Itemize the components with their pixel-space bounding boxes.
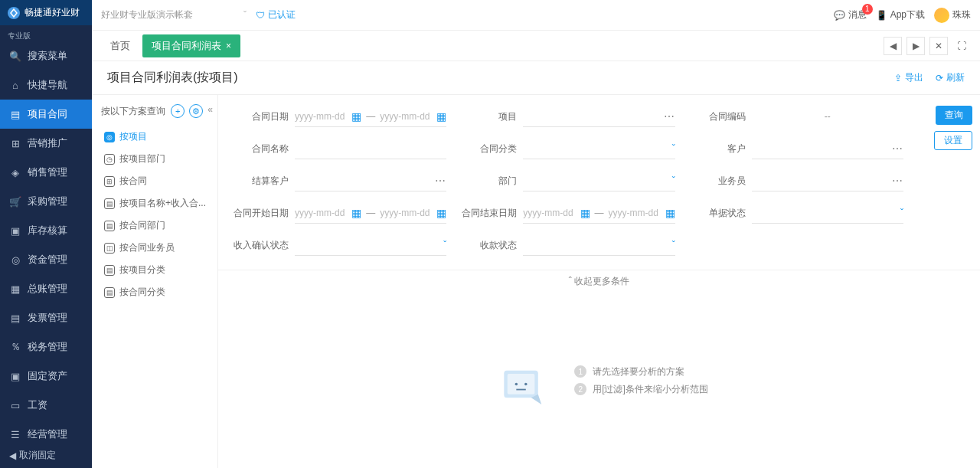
sidebar-unpin[interactable]: ◀ 取消固定 [0, 443, 92, 468]
close-icon[interactable]: × [226, 41, 231, 51]
query-button[interactable]: 查询 [936, 106, 972, 125]
fullscreen-button[interactable]: ⛶ [952, 37, 971, 55]
label-end-date: 合同结束日期 [462, 207, 517, 220]
svg-point-3 [524, 382, 528, 385]
label-customer: 客户 [691, 142, 746, 155]
calendar-icon: ▦ [436, 110, 446, 123]
scheme-by-project-cat[interactable]: ▤按项目分类 [101, 259, 213, 281]
document-icon: ▤ [9, 108, 21, 120]
label-project: 项目 [462, 110, 517, 123]
label-contract-no: 合同编码 [691, 110, 746, 123]
label-income-status: 收入确认状态 [234, 239, 289, 252]
app-download-button[interactable]: 📱 App下载 [876, 8, 925, 21]
nav-sales[interactable]: ◈销售管理 [0, 158, 92, 187]
verified-badge: 🛡 已认证 [256, 8, 296, 21]
project-picker[interactable]: ⋯ [523, 106, 675, 127]
tab-home[interactable]: 首页 [101, 34, 139, 57]
nav-tax[interactable]: ％税务管理 [0, 332, 92, 362]
scheme-header-label: 按以下方案查询 [101, 105, 165, 118]
department-select[interactable]: ˇ [523, 170, 675, 191]
settle-customer-picker[interactable]: ⋯ [295, 170, 446, 191]
nav-ledger[interactable]: ▦总账管理 [0, 274, 92, 303]
refresh-icon: ⟳ [936, 73, 943, 83]
org-selector[interactable]: 好业财专业版演示帐套 ˇ [101, 8, 247, 21]
calendar-icon: ▦ [351, 110, 361, 123]
more-icon: ⋯ [435, 175, 446, 187]
scheme-by-contract-cat[interactable]: ▤按合同分类 [101, 281, 213, 303]
search-icon: 🔍 [9, 50, 21, 62]
receipt-status-select[interactable]: ˇ [523, 234, 675, 256]
scheme-by-project-dept[interactable]: ◷按项目部门 [101, 148, 213, 170]
nav-invoice[interactable]: ▤发票管理 [0, 303, 92, 332]
scheme-by-project[interactable]: ◎按项目 [101, 126, 213, 148]
tabs-prev-button[interactable]: ◀ [884, 37, 902, 55]
chart-icon: ⊞ [104, 176, 115, 187]
scheme-by-contract[interactable]: ⊞按合同 [101, 170, 213, 192]
customer-picker[interactable]: ⋯ [752, 138, 903, 159]
page-header: 项目合同利润表(按项目) ⇪ 导出 ⟳ 刷新 [92, 61, 980, 95]
tax-icon: ％ [9, 341, 21, 353]
export-icon: ⇪ [894, 73, 902, 83]
nav-inventory[interactable]: ▣库存核算 [0, 216, 92, 245]
brand-icon [8, 7, 20, 19]
topbar: 好业财专业版演示帐套 ˇ 🛡 已认证 💬 消息 1 📱 App下载 珠珠 [92, 0, 980, 31]
scheme-panel: 按以下方案查询 + ⚙ « ◎按项目 ◷按项目部门 ⊞按合同 ▤按项目名称+收入… [92, 95, 218, 468]
label-settle-customer: 结算客户 [234, 175, 289, 188]
tab-profit-report[interactable]: 项目合同利润表 × [142, 34, 240, 57]
bar-icon: ◫ [104, 243, 115, 254]
phone-icon: 📱 [876, 10, 887, 21]
label-salesman: 业务员 [691, 175, 746, 188]
add-scheme-button[interactable]: + [171, 104, 185, 118]
cart-icon: 🛒 [9, 195, 21, 208]
nav-purchase[interactable]: 🛒采购管理 [0, 187, 92, 216]
brand-name: 畅捷通好业财 [24, 6, 80, 19]
export-button[interactable]: ⇪ 导出 [894, 71, 923, 84]
bill-status-select[interactable]: ˇ [752, 202, 903, 224]
contract-name-input[interactable] [295, 138, 446, 159]
collapse-panel-button[interactable]: « [207, 104, 213, 118]
pin-icon: ◀ [9, 450, 16, 461]
scheme-settings-button[interactable]: ⚙ [189, 104, 203, 118]
settings-button[interactable]: 设置 [934, 131, 972, 150]
tabs-next-button[interactable]: ▶ [906, 37, 925, 55]
contract-cat-select[interactable]: ˇ [523, 138, 675, 159]
nav-marketing[interactable]: ⊞营销推广 [0, 129, 92, 158]
income-status-select[interactable]: ˇ [295, 234, 446, 256]
label-receipt-status: 收款状态 [462, 239, 517, 252]
more-icon: ⋯ [892, 142, 903, 155]
nav-operation[interactable]: ☰经营管理 [0, 420, 92, 443]
nav-search-menu[interactable]: 🔍搜索菜单 [0, 41, 92, 70]
nav-fixed-assets[interactable]: ▣固定资产 [0, 362, 92, 391]
chevron-up-icon: ˆ [569, 276, 572, 286]
nav-salary[interactable]: ▭工资 [0, 391, 92, 420]
start-date-range[interactable]: yyyy-mm-dd▦ — yyyy-mm-dd▦ [295, 202, 446, 224]
chevron-down-icon: ˇ [672, 143, 675, 154]
collapse-filters-button[interactable]: ˆ 收起更多条件 [218, 270, 980, 293]
end-date-range[interactable]: yyyy-mm-dd▦ — yyyy-mm-dd▦ [523, 202, 675, 224]
label-start-date: 合同开始日期 [234, 207, 289, 220]
salesman-picker[interactable]: ⋯ [752, 170, 903, 191]
home-icon: ⌂ [9, 79, 21, 91]
nav-quick[interactable]: ⌂快捷导航 [0, 70, 92, 100]
contract-date-range[interactable]: yyyy-mm-dd▦ — yyyy-mm-dd▦ [295, 106, 446, 127]
brand-sub: 专业版 [8, 31, 31, 40]
chart-icon: ☰ [9, 428, 21, 440]
coin-icon: ◎ [9, 254, 21, 266]
label-department: 部门 [462, 175, 517, 188]
user-menu[interactable]: 珠珠 [934, 8, 971, 23]
label-contract-name: 合同名称 [234, 142, 289, 155]
shield-icon: 🛡 [256, 10, 265, 21]
contract-no-input[interactable]: -- [752, 106, 903, 127]
scheme-by-name-income[interactable]: ▤按项目名称+收入合... [101, 192, 213, 214]
tabs-close-all-button[interactable]: ✕ [929, 37, 948, 55]
clock-icon: ◷ [104, 154, 115, 165]
scheme-by-salesman[interactable]: ◫按合同业务员 [101, 237, 213, 259]
refresh-button[interactable]: ⟳ 刷新 [936, 71, 965, 84]
nav-project-contract[interactable]: ▤项目合同 [0, 100, 92, 129]
nav-funds[interactable]: ◎资金管理 [0, 245, 92, 274]
messages-button[interactable]: 💬 消息 1 [834, 8, 867, 21]
sidebar: 畅捷通好业财 专业版 🔍搜索菜单 ⌂快捷导航 ▤项目合同 ⊞营销推广 ◈销售管理… [0, 0, 92, 468]
scheme-by-contract-dept[interactable]: ▤按合同部门 [101, 214, 213, 237]
tag-icon: ◈ [9, 166, 21, 178]
avatar [934, 8, 949, 23]
